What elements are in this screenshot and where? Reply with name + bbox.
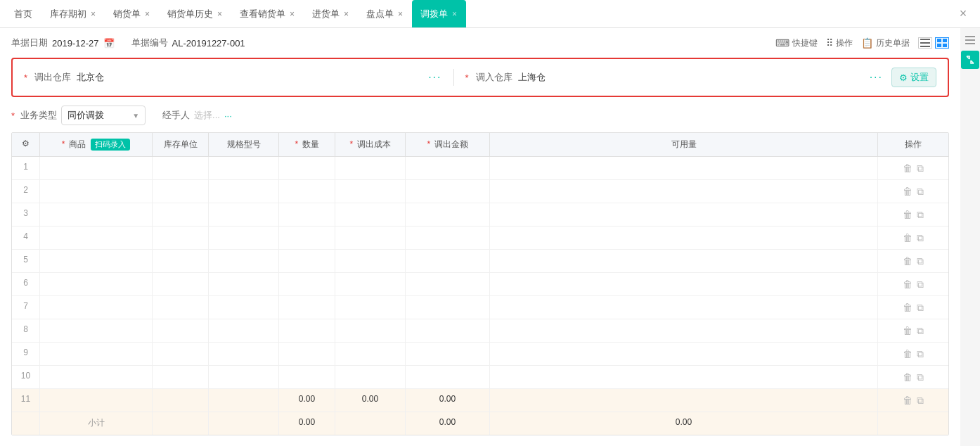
row-amount-1: [406, 157, 490, 179]
tab-inventory-check[interactable]: 盘点单 ×: [358, 0, 412, 27]
view-toggle-grid[interactable]: [935, 37, 949, 49]
col-gear[interactable]: ⚙: [12, 133, 40, 156]
tab-home[interactable]: 首页: [6, 0, 41, 27]
svg-rect-1: [920, 42, 930, 44]
date-field: 单据日期 2019-12-27 📅: [11, 37, 115, 49]
main-content: 单据日期 2019-12-27 📅 单据编号 AL-20191227-001 ⌨…: [0, 28, 960, 446]
scan-input-button[interactable]: 扫码录入: [91, 139, 130, 151]
num-value: AL-20191227-001: [172, 38, 245, 49]
person-more[interactable]: ···: [224, 110, 232, 121]
copy-icon-8[interactable]: ⧉: [917, 325, 924, 337]
svg-rect-6: [943, 44, 947, 47]
business-row: * 业务类型 同价调拨 ▼ 经手人 选择... ···: [11, 106, 949, 125]
table-row: 8 🗑 ⧉: [12, 319, 948, 343]
in-warehouse-label: 调入仓库: [476, 71, 512, 84]
out-warehouse-value[interactable]: 北京仓: [77, 71, 417, 84]
delete-icon-3[interactable]: 🗑: [903, 209, 913, 220]
row-spec-1: [209, 157, 279, 179]
copy-icon-2[interactable]: ⧉: [917, 186, 924, 198]
operate-button[interactable]: ⠿ 操作: [826, 37, 853, 49]
business-type-label: 业务类型: [20, 109, 57, 122]
table-row: 9 🗑 ⧉: [12, 343, 948, 366]
tab-close-inventory-init[interactable]: ×: [91, 9, 96, 19]
delete-icon-4[interactable]: 🗑: [903, 232, 913, 243]
tab-close-inventory-check[interactable]: ×: [398, 9, 403, 19]
subtotal-amount: 0.00: [406, 389, 490, 412]
out-warehouse-field: * 调出仓库 北京仓 ···: [24, 71, 442, 84]
col-amount: * 调出金额: [406, 133, 490, 156]
delete-icon-5[interactable]: 🗑: [903, 255, 913, 267]
tab-sales-history[interactable]: 销货单历史 ×: [159, 0, 231, 27]
out-warehouse-more[interactable]: ···: [428, 71, 441, 84]
copy-icon-5[interactable]: ⧉: [917, 255, 924, 267]
right-sidebar: [960, 28, 980, 72]
col-available: 可用量: [490, 133, 878, 156]
table-row: 1 🗑 ⧉: [12, 157, 948, 180]
copy-icon-3[interactable]: ⧉: [917, 209, 924, 221]
data-table: ⚙ * 商品 扫码录入 库存单位 规格型号 * 数量 *: [11, 132, 949, 435]
in-warehouse-value[interactable]: 上海仓: [518, 71, 858, 84]
setting-button[interactable]: ⚙ 设置: [891, 68, 936, 87]
tab-close-transfer[interactable]: ×: [452, 9, 457, 19]
row-actions-6: 🗑 ⧉: [878, 273, 948, 295]
in-warehouse-more[interactable]: ···: [870, 71, 883, 84]
tab-close-sales[interactable]: ×: [145, 9, 150, 19]
table-row: 2 🗑 ⧉: [12, 180, 948, 203]
svg-rect-3: [937, 39, 941, 42]
sidebar-list-icon[interactable]: [961, 31, 979, 49]
delete-icon-6[interactable]: 🗑: [903, 279, 913, 290]
person-select[interactable]: 选择...: [194, 109, 220, 122]
delete-icon-2[interactable]: 🗑: [903, 186, 913, 197]
row-qty-1[interactable]: [279, 157, 335, 179]
table-row: 7 🗑 ⧉: [12, 296, 948, 319]
row-goods-1[interactable]: [40, 157, 153, 179]
table-body: 1 🗑 ⧉ 2: [12, 157, 948, 435]
gear-icon[interactable]: ⚙: [22, 139, 30, 148]
row-cost-1[interactable]: [335, 157, 406, 179]
svg-rect-7: [965, 36, 975, 37]
tab-sales[interactable]: 销货单 ×: [105, 0, 159, 27]
row-actions-10: 🗑 ⧉: [878, 366, 948, 388]
window-close-button[interactable]: ×: [952, 3, 974, 25]
tab-inventory-init[interactable]: 库存期初 ×: [41, 0, 105, 27]
delete-icon-7[interactable]: 🗑: [903, 302, 913, 313]
sidebar-expand-icon[interactable]: [961, 51, 979, 69]
tab-close-purchase[interactable]: ×: [344, 9, 349, 19]
subtotal-cost: 0.00: [335, 389, 406, 412]
table-row: 10 🗑 ⧉: [12, 366, 948, 389]
tab-close-sales-history[interactable]: ×: [217, 9, 222, 19]
col-qty: * 数量: [279, 133, 335, 156]
calendar-icon[interactable]: 📅: [103, 37, 115, 49]
copy-icon-1[interactable]: ⧉: [917, 163, 924, 174]
delete-icon-9[interactable]: 🗑: [903, 348, 913, 359]
delete-icon-1[interactable]: 🗑: [903, 163, 913, 174]
history-button[interactable]: 📋 历史单据: [861, 37, 910, 49]
row-qty-2[interactable]: [279, 180, 335, 203]
row-cost-2[interactable]: [335, 180, 406, 203]
business-type-field: * 业务类型 同价调拨 ▼: [11, 106, 146, 125]
copy-icon-4[interactable]: ⧉: [917, 232, 924, 244]
row-goods-2[interactable]: [40, 180, 153, 203]
copy-icon-6[interactable]: ⧉: [917, 279, 924, 291]
svg-rect-5: [937, 44, 941, 47]
svg-rect-0: [920, 39, 930, 40]
copy-icon-10[interactable]: ⧉: [917, 371, 924, 383]
tab-close-view-sales[interactable]: ×: [290, 9, 295, 19]
date-value: 2019-12-27: [52, 38, 99, 49]
tab-purchase[interactable]: 进货单 ×: [304, 0, 358, 27]
svg-rect-4: [943, 39, 947, 42]
shortcut-button[interactable]: ⌨ 快捷键: [775, 37, 818, 49]
view-toggle-list[interactable]: [918, 37, 932, 49]
tab-view-sales[interactable]: 查看销货单 ×: [231, 0, 304, 27]
delete-icon-8[interactable]: 🗑: [903, 325, 913, 336]
delete-icon-11[interactable]: 🗑: [903, 395, 913, 406]
tab-transfer[interactable]: 调拨单 ×: [412, 0, 466, 27]
delete-icon-10[interactable]: 🗑: [903, 371, 913, 383]
copy-icon-9[interactable]: ⧉: [917, 348, 924, 360]
row-actions-1: 🗑 ⧉: [878, 157, 948, 179]
business-type-select[interactable]: 同价调拨 ▼: [61, 106, 146, 125]
copy-icon-11[interactable]: ⧉: [917, 395, 924, 407]
row-goods-3[interactable]: [40, 203, 153, 226]
copy-icon-7[interactable]: ⧉: [917, 302, 924, 314]
person-label: 经手人: [162, 109, 190, 122]
